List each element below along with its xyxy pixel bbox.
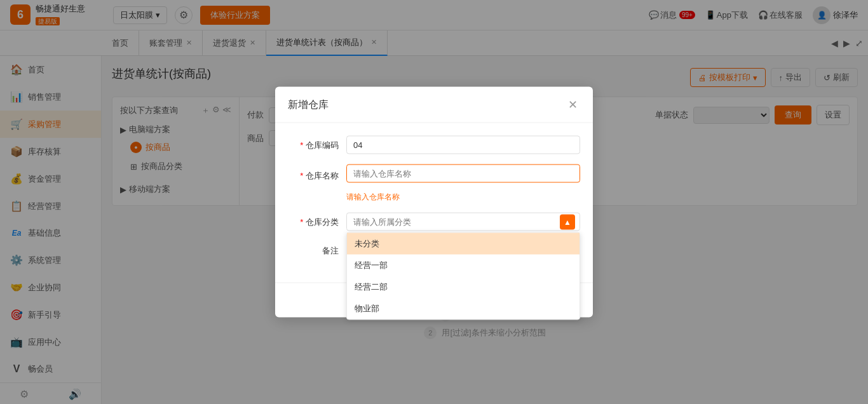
warehouse-name-label: 仓库名称 xyxy=(288,166,339,181)
warehouse-category-label: 仓库分类 xyxy=(288,213,339,228)
warehouse-code-label: 仓库编码 xyxy=(288,136,339,151)
warehouse-code-input[interactable] xyxy=(346,136,580,154)
warehouse-name-row: 仓库名称 请输入仓库名称 xyxy=(288,165,580,203)
modal-close-button[interactable]: ✕ xyxy=(565,97,580,112)
category-option-ops2[interactable]: 经营二部 xyxy=(347,276,580,298)
warehouse-name-error: 请输入仓库名称 xyxy=(346,192,400,201)
warehouse-category-input[interactable] xyxy=(346,213,580,231)
category-option-uncategorized[interactable]: 未分类 xyxy=(347,233,580,255)
category-option-ops1[interactable]: 经营一部 xyxy=(347,255,580,276)
add-warehouse-modal: 新增仓库 ✕ 仓库编码 仓库名称 请输入仓库名称 仓库分类 ▲ xyxy=(275,87,593,318)
category-option-property[interactable]: 物业部 xyxy=(347,298,580,320)
note-label: 备注 xyxy=(288,241,339,257)
modal-title: 新增仓库 xyxy=(288,98,329,111)
warehouse-code-row: 仓库编码 xyxy=(288,136,580,154)
warehouse-name-input[interactable] xyxy=(346,165,580,183)
category-input-wrap: ▲ 未分类 经营一部 经营二部 物业部 xyxy=(346,213,580,231)
modal-header: 新增仓库 ✕ xyxy=(275,87,593,123)
modal-body: 仓库编码 仓库名称 请输入仓库名称 仓库分类 ▲ 未分类 经营一部 xyxy=(275,123,593,283)
category-dropdown: 未分类 经营一部 经营二部 物业部 xyxy=(346,232,580,320)
category-arrow-button[interactable]: ▲ xyxy=(560,214,575,229)
warehouse-category-row: 仓库分类 ▲ 未分类 经营一部 经营二部 物业部 xyxy=(288,213,580,231)
